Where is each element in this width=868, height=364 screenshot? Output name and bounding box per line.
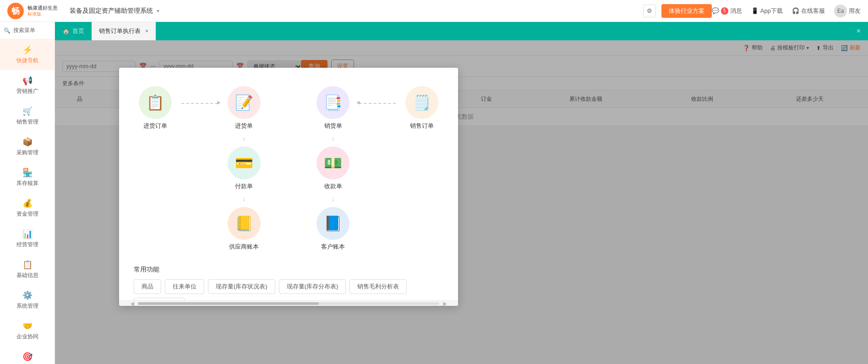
top-bar: 畅 畅康通好生意 标准版 装备及固定资产辅助管理系统 ▾ ⚙ 体验行业方案 💬 … bbox=[0, 0, 868, 22]
modal-scrollbar: ◀ ▶ bbox=[119, 300, 458, 306]
tab-bar: 🏠 首页 销售订单执行表 × × bbox=[55, 22, 868, 40]
purchase-order-label: 进货订单 bbox=[143, 122, 167, 130]
sidebar-item-sales[interactable]: 🛒 销售管理 bbox=[0, 101, 55, 131]
func-btn-stock-dist[interactable]: 现存量(库存分布表) bbox=[279, 279, 346, 294]
app-logo-icon: 畅 bbox=[7, 3, 24, 19]
sidebar-item-marketing[interactable]: 📢 营销推广 bbox=[0, 70, 55, 101]
common-functions: 常用功能 商品 往来单位 现存量(库存状况表) 现存量(库存分布表) 销售毛利分… bbox=[134, 266, 443, 300]
finance-icon: 💰 bbox=[22, 198, 33, 208]
sidebar-item-inventory[interactable]: 🏪 库存核算 bbox=[0, 162, 55, 193]
func-btn-partner[interactable]: 往来单位 bbox=[165, 279, 204, 294]
search-menu-item[interactable]: 🔍 搜索菜单 bbox=[0, 22, 55, 39]
func-row-1: 商品 往来单位 现存量(库存状况表) 现存量(库存分布表) 销售毛利分析表 商品… bbox=[134, 279, 443, 300]
sidebar-item-finance[interactable]: 💰 资金管理 bbox=[0, 193, 55, 223]
sidebar-item-enterprise[interactable]: 🤝 企业协同 bbox=[0, 315, 55, 346]
sales-order-icon: 🗒️ bbox=[405, 86, 438, 119]
quick-nav-icon: ⚡ bbox=[22, 45, 33, 55]
content-area: 🏠 首页 销售订单执行表 × × ❓ 帮助 bbox=[55, 22, 868, 364]
sales-bill-node[interactable]: 📑 销货单 bbox=[317, 86, 349, 130]
sales-bill-icon: 📑 bbox=[317, 86, 349, 119]
chevron-down-icon[interactable]: ▾ bbox=[157, 8, 159, 14]
customer-ledger-icon: 📘 bbox=[317, 207, 349, 240]
row5: 📒 供应商账本 📘 客户账本 bbox=[134, 207, 443, 251]
sales-order-label: 销售订单 bbox=[410, 122, 434, 130]
sidebar-item-system[interactable]: ⚙️ 系统管理 bbox=[0, 285, 55, 315]
top-right-area: 💬 5 消息 📱 App下载 🎧 在线客服 Ea 用友 bbox=[712, 5, 861, 17]
arrow-purchase-to-bill: ▶ bbox=[181, 103, 218, 113]
online-service-button[interactable]: 🎧 在线客服 bbox=[792, 7, 825, 15]
close-all-tabs-button[interactable]: × bbox=[849, 27, 868, 35]
sales-bill-label: 销货单 bbox=[324, 122, 342, 130]
payment-bill-icon: 💳 bbox=[228, 147, 261, 179]
arrow-row-down: ↓ ↓ bbox=[134, 130, 443, 147]
customer-ledger-node[interactable]: 📘 客户账本 bbox=[317, 207, 349, 251]
purchase-bill-icon: 📝 bbox=[228, 86, 261, 119]
scrollbar-track[interactable] bbox=[138, 302, 439, 305]
modal-content: 📋 进货订单 ▶ bbox=[119, 68, 458, 300]
down-arrow-purchase: ↓ bbox=[228, 135, 261, 142]
supplier-ledger-icon: 📒 bbox=[228, 207, 261, 240]
sidebar-item-purchase[interactable]: 📦 采购管理 bbox=[0, 131, 55, 162]
receipt-bill-node[interactable]: 💵 收款单 bbox=[317, 147, 349, 190]
scrollbar-thumb bbox=[138, 302, 319, 305]
user-menu[interactable]: Ea 用友 bbox=[834, 5, 861, 17]
experience-btn[interactable]: 体验行业方案 bbox=[661, 4, 712, 18]
modal-overlay: 📋 进货订单 ▶ bbox=[55, 40, 868, 364]
headset-icon: 🎧 bbox=[792, 7, 799, 14]
gear-button[interactable]: ⚙ bbox=[643, 5, 656, 17]
arrow-row-down-2: ↓ ↓ bbox=[134, 190, 443, 207]
message-icon: 💬 bbox=[712, 7, 719, 14]
newuser-icon: 🎯 bbox=[22, 352, 33, 362]
logo-area: 畅 畅康通好生意 标准版 bbox=[7, 3, 62, 19]
down-arrow-payment: ↓ bbox=[228, 195, 261, 202]
tab-close-icon[interactable]: × bbox=[145, 28, 148, 34]
home-icon: 🏠 bbox=[62, 28, 70, 35]
basic-icon: 📋 bbox=[22, 260, 33, 270]
tab-sales-order[interactable]: 销售订单执行表 × bbox=[92, 22, 156, 40]
sidebar-item-newuser[interactable]: 🎯 新手引导 bbox=[0, 346, 55, 364]
operation-icon: 📊 bbox=[22, 229, 33, 239]
arrow-sales-order-to-bill: ◀ bbox=[359, 103, 396, 113]
supplier-ledger-node[interactable]: 📒 供应商账本 bbox=[228, 207, 261, 251]
sidebar: 🔍 搜索菜单 ⚡ 快捷导航 📢 营销推广 🛒 销售管理 📦 采购管理 🏪 bbox=[0, 22, 55, 364]
sidebar-item-basic[interactable]: 📋 基础信息 bbox=[0, 254, 55, 285]
main-area: 🔍 搜索菜单 ⚡ 快捷导航 📢 营销推广 🛒 销售管理 📦 采购管理 🏪 bbox=[0, 22, 868, 364]
purchase-order-node[interactable]: 📋 进货订单 bbox=[139, 86, 172, 130]
scroll-left-icon[interactable]: ◀ bbox=[130, 300, 134, 306]
download-icon: 📱 bbox=[751, 7, 759, 14]
purchase-bill-node[interactable]: 📝 进货单 bbox=[228, 86, 261, 130]
enterprise-icon: 🤝 bbox=[22, 321, 33, 331]
message-button[interactable]: 💬 5 消息 bbox=[712, 7, 742, 15]
system-icon: ⚙️ bbox=[22, 290, 33, 300]
page-content: ❓ 帮助 🖨 按模板打印 ▾ ⬆ 导出 🔄 刷新 bbox=[55, 40, 868, 364]
receipt-bill-icon: 💵 bbox=[317, 147, 349, 179]
inventory-icon: 🏪 bbox=[22, 168, 33, 178]
tab-home[interactable]: 🏠 首页 bbox=[55, 22, 92, 40]
func-btn-product[interactable]: 商品 bbox=[134, 279, 161, 294]
func-btn-stock-status[interactable]: 现存量(库存状况表) bbox=[208, 279, 275, 294]
sidebar-item-quick-nav[interactable]: ⚡ 快捷导航 bbox=[0, 39, 55, 70]
sales-icon: 🛒 bbox=[22, 106, 33, 116]
app-download-button[interactable]: 📱 App下载 bbox=[751, 7, 783, 15]
common-functions-title: 常用功能 bbox=[134, 266, 443, 274]
system-title: 装备及固定资产辅助管理系统 ▾ bbox=[70, 7, 643, 15]
supplier-ledger-label: 供应商账本 bbox=[229, 243, 259, 251]
sales-order-node[interactable]: 🗒️ 销售订单 bbox=[405, 86, 438, 130]
sidebar-item-operation[interactable]: 📊 经营管理 bbox=[0, 223, 55, 254]
payment-bill-label: 付款单 bbox=[235, 182, 253, 190]
quick-nav-modal: 📋 进货订单 ▶ bbox=[119, 68, 458, 306]
down-arrow-receipt: ↓ bbox=[317, 195, 349, 202]
marketing-icon: 📢 bbox=[22, 76, 33, 86]
receipt-bill-label: 收款单 bbox=[324, 182, 342, 190]
row3: 💳 付款单 💵 收款单 bbox=[134, 147, 443, 190]
payment-bill-node[interactable]: 💳 付款单 bbox=[228, 147, 261, 190]
logo-text: 畅康通好生意 标准版 bbox=[27, 5, 58, 17]
purchase-icon: 📦 bbox=[22, 137, 33, 147]
down-arrow-sales: ↓ bbox=[317, 135, 349, 142]
func-btn-sales-profit[interactable]: 销售毛利分析表 bbox=[349, 279, 407, 294]
search-icon: 🔍 bbox=[4, 27, 11, 34]
scroll-right-icon[interactable]: ▶ bbox=[443, 300, 447, 306]
purchase-order-icon: 📋 bbox=[139, 86, 172, 119]
message-badge: 5 bbox=[721, 7, 728, 15]
customer-ledger-label: 客户账本 bbox=[321, 243, 345, 251]
